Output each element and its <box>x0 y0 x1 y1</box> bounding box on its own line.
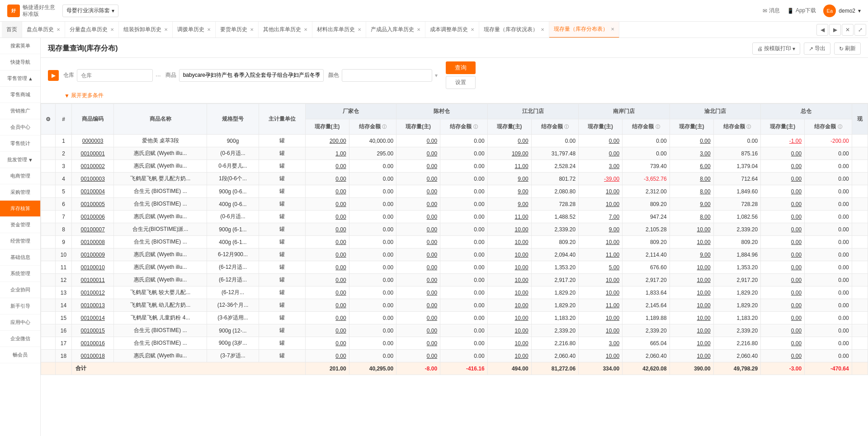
row-yb-stock[interactable]: 10.00 <box>670 337 713 350</box>
row-c-stock[interactable]: 0.00 <box>396 248 440 261</box>
row-tot-stock[interactable]: 0.00 <box>761 299 805 312</box>
sidebar-item-system[interactable]: 系统管理 <box>0 266 40 282</box>
user-menu[interactable]: Ea demo2 ▾ <box>823 5 861 17</box>
sidebar-item-guide[interactable]: 新手引导 <box>0 298 40 314</box>
row-code[interactable]: 00100012 <box>72 286 114 299</box>
row-f-stock[interactable]: 0.00 <box>305 337 349 350</box>
row-tot-stock[interactable]: 0.00 <box>761 211 805 223</box>
row-code[interactable]: 00100004 <box>72 185 114 198</box>
row-c-stock[interactable]: 0.00 <box>396 312 440 324</box>
row-na-stock[interactable]: 9.00 <box>579 223 623 236</box>
row-f-stock[interactable]: 0.00 <box>305 286 349 299</box>
row-jb-stock[interactable]: 10.00 <box>487 286 531 299</box>
row-c-stock[interactable]: 0.00 <box>396 135 440 147</box>
row-c-stock[interactable]: 0.00 <box>396 236 440 248</box>
row-yb-stock[interactable]: 10.00 <box>670 261 713 274</box>
row-na-stock[interactable]: 3.00 <box>579 160 623 173</box>
tab-10[interactable]: 现存量（库存状况表） ✕ <box>479 22 549 38</box>
row-c-stock[interactable]: 0.00 <box>396 350 440 362</box>
row-jb-stock[interactable]: 10.00 <box>487 261 531 274</box>
nav-prev-btn[interactable]: ◀ <box>816 24 828 36</box>
row-f-stock[interactable]: 0.00 <box>305 223 349 236</box>
row-yb-stock[interactable]: 9.00 <box>670 248 713 261</box>
row-jb-stock[interactable]: 10.00 <box>487 248 531 261</box>
row-code[interactable]: 00100003 <box>72 173 114 185</box>
row-code[interactable]: 00100013 <box>72 299 114 312</box>
row-c-stock[interactable]: 0.00 <box>396 324 440 337</box>
row-jb-stock[interactable]: 10.00 <box>487 324 531 337</box>
close-icon[interactable]: ✕ <box>250 27 254 32</box>
row-na-stock[interactable]: 11.00 <box>579 299 623 312</box>
row-yb-stock[interactable]: 8.00 <box>670 173 713 185</box>
row-yb-stock[interactable]: 10.00 <box>670 223 713 236</box>
row-code[interactable]: 00100001 <box>72 147 114 160</box>
row-code[interactable]: 00100006 <box>72 211 114 223</box>
row-code[interactable]: 00100005 <box>72 198 114 211</box>
info-icon[interactable]: ⓘ <box>473 124 478 129</box>
row-jb-stock[interactable]: 11.00 <box>487 211 531 223</box>
app-download-btn[interactable]: 📱 App下载 <box>787 7 816 14</box>
expand-conditions-btn[interactable]: ▼ 展开更多条件 <box>64 92 861 99</box>
tab-9[interactable]: 成本调整单历史 ✕ <box>425 22 479 38</box>
goods-input[interactable] <box>179 69 324 82</box>
row-c-stock[interactable]: 0.00 <box>396 286 440 299</box>
info-icon[interactable]: ⓘ <box>838 124 842 129</box>
row-yb-stock[interactable]: 10.00 <box>670 286 713 299</box>
row-f-stock[interactable]: 200.00 <box>305 135 349 147</box>
close-icon[interactable]: ✕ <box>304 27 307 32</box>
row-tot-stock[interactable]: 0.00 <box>761 261 805 274</box>
row-f-stock[interactable]: 0.00 <box>305 261 349 274</box>
row-yb-stock[interactable]: 10.00 <box>670 274 713 286</box>
th-gear[interactable]: ⚙ <box>41 104 56 135</box>
row-na-stock[interactable]: 10.00 <box>579 324 623 337</box>
row-c-stock[interactable]: 0.00 <box>396 299 440 312</box>
row-c-stock[interactable]: 0.00 <box>396 173 440 185</box>
row-jb-stock[interactable]: 10.00 <box>487 299 531 312</box>
row-na-stock[interactable]: 10.00 <box>579 185 623 198</box>
warehouse-more-dots[interactable]: ··· <box>156 72 161 79</box>
sidebar-item-marketing[interactable]: 营销推广 <box>0 103 40 119</box>
warehouse-input[interactable] <box>77 69 153 82</box>
close-icon[interactable]: ✕ <box>358 27 361 32</box>
row-na-stock[interactable]: 10.00 <box>579 274 623 286</box>
row-tot-stock[interactable]: 0.00 <box>761 147 805 160</box>
sidebar-item-finance[interactable]: 资金管理 <box>0 217 40 233</box>
row-code[interactable]: 00100008 <box>72 236 114 248</box>
row-na-stock[interactable]: 10.00 <box>579 286 623 299</box>
close-icon[interactable]: ✕ <box>164 27 168 32</box>
tab-1[interactable]: 盘点单历史 ✕ <box>22 22 65 38</box>
row-na-stock[interactable]: 3.00 <box>579 337 623 350</box>
row-yb-stock[interactable]: 3.00 <box>670 147 713 160</box>
filter-toggle-btn[interactable]: ▶ <box>48 70 59 81</box>
row-tot-stock[interactable]: 0.00 <box>761 350 805 362</box>
tab-3[interactable]: 组装拆卸单历史 ✕ <box>119 22 173 38</box>
info-icon[interactable]: ⓘ <box>746 124 751 129</box>
row-c-stock[interactable]: 0.00 <box>396 147 440 160</box>
sidebar-item-wholesale[interactable]: 批发管理 ▼ <box>0 152 40 168</box>
nav-expand-btn[interactable]: ⤢ <box>854 24 866 36</box>
row-na-stock[interactable]: 10.00 <box>579 198 623 211</box>
nav-next-btn[interactable]: ▶ <box>829 24 841 36</box>
row-tot-stock[interactable]: 0.00 <box>761 248 805 261</box>
search-btn[interactable]: 查询 <box>446 61 476 74</box>
tab-7[interactable]: 材料出库单历史 ✕ <box>312 22 366 38</box>
row-jb-stock[interactable]: 10.00 <box>487 312 531 324</box>
refresh-btn[interactable]: ↻ 刷新 <box>834 42 861 55</box>
row-tot-stock[interactable]: -1.00 <box>761 135 805 147</box>
row-f-stock[interactable]: 0.00 <box>305 160 349 173</box>
row-jb-stock[interactable]: 11.00 <box>487 160 531 173</box>
row-c-stock[interactable]: 0.00 <box>396 198 440 211</box>
row-c-stock[interactable]: 0.00 <box>396 261 440 274</box>
row-jb-stock[interactable]: 10.00 <box>487 274 531 286</box>
sidebar-item-weixin[interactable]: 企业微信 <box>0 331 40 347</box>
row-c-stock[interactable]: 0.00 <box>396 223 440 236</box>
color-input[interactable] <box>342 69 432 82</box>
sidebar-item-purchase[interactable]: 采购管理 <box>0 184 40 201</box>
row-c-stock[interactable]: 0.00 <box>396 337 440 350</box>
row-f-stock[interactable]: 0.00 <box>305 274 349 286</box>
close-icon[interactable]: ✕ <box>207 27 211 32</box>
sidebar-item-vip[interactable]: 畅会员 <box>0 347 40 363</box>
row-f-stock[interactable]: 1.00 <box>305 147 349 160</box>
sidebar-item-ecommerce[interactable]: 电商管理 <box>0 168 40 184</box>
tab-6[interactable]: 其他出库单历史 ✕ <box>259 22 312 38</box>
